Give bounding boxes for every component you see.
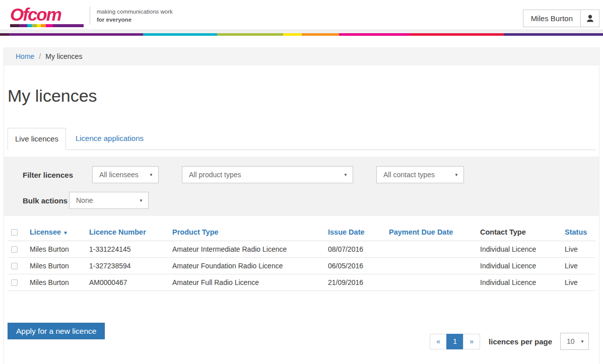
tab-live-licences[interactable]: Live licences <box>8 128 66 150</box>
cell-contact-type: Individual Licence <box>480 274 565 291</box>
product-type-filter-value: All product types <box>189 171 241 179</box>
row-select-checkbox[interactable] <box>11 279 18 286</box>
cell-licence-number: 1-331224145 <box>89 241 172 258</box>
cell-payment-due-date <box>389 241 480 258</box>
breadcrumb-current: My licences <box>45 52 82 60</box>
person-icon <box>586 14 594 23</box>
licences-table: Licensee▼ Licence Number Product Type Is… <box>8 224 595 291</box>
row-select-checkbox[interactable] <box>11 263 18 269</box>
stripe-segment <box>339 33 410 36</box>
cell-product-type: Amateur Full Radio Licence <box>172 274 328 291</box>
cell-licensee: Miles Burton <box>30 274 89 291</box>
chevron-down-icon: ▼ <box>454 173 458 177</box>
stripe-segment <box>10 24 19 27</box>
stripe-segment <box>9 33 143 36</box>
per-page-value: 10 <box>567 337 575 345</box>
product-type-filter-select[interactable]: All product types ▼ <box>182 166 353 183</box>
site-header: Ofcom making communications work for eve… <box>0 0 603 29</box>
stripe-segment <box>19 24 27 27</box>
user-icon <box>580 10 599 27</box>
tagline-line2: for everyone <box>97 16 173 24</box>
licence-table-body: Miles Burton 1-331224145 Amateur Interme… <box>8 241 595 291</box>
cell-product-type: Amateur Foundation Radio Licence <box>172 258 328 274</box>
chevron-down-icon: ▼ <box>580 339 584 344</box>
chevron-down-icon: ▼ <box>149 173 153 177</box>
stripe-segment <box>46 24 53 27</box>
per-page-select[interactable]: 10 ▼ <box>560 333 589 350</box>
licence-table-row: Miles Burton 1-331224145 Amateur Interme… <box>8 241 595 258</box>
pager-page-1-button[interactable]: 1 <box>446 334 463 349</box>
contact-type-filter-select[interactable]: All contact types ▼ <box>376 166 464 183</box>
stripe-segment <box>302 33 339 36</box>
stripe-segment <box>32 24 37 27</box>
page-container: Home / My licences My licences Live lice… <box>4 47 599 364</box>
licence-table-row: Miles Burton 1-327238594 Amateur Foundat… <box>8 258 595 274</box>
stripe-segment <box>283 33 302 36</box>
select-all-checkbox[interactable] <box>11 229 18 236</box>
stripe-segment <box>37 24 41 27</box>
logo-tagline: making communications work for everyone <box>97 6 173 24</box>
pagination: « 1 » licences per page 10 ▼ <box>430 333 589 350</box>
pager: « 1 » <box>430 334 480 349</box>
cell-issue-date: 08/07/2016 <box>328 241 389 258</box>
cell-contact-type: Individual Licence <box>480 258 565 274</box>
user-account-button[interactable]: Miles Burton <box>523 10 599 27</box>
column-header-status[interactable]: Status <box>565 228 587 236</box>
tab-licence-applications[interactable]: Licence applications <box>66 127 153 150</box>
apply-new-licence-button[interactable]: Apply for a new licence <box>8 323 105 339</box>
page-title: My licences <box>8 86 595 106</box>
column-header-payment-due-date[interactable]: Payment Due Date <box>389 228 453 236</box>
stripe-segment <box>410 33 504 36</box>
cell-issue-date: 06/05/2016 <box>328 258 389 274</box>
tab-bar: Live licences Licence applications <box>8 128 595 150</box>
cell-licence-number: 1-327238594 <box>89 258 172 274</box>
cell-payment-due-date <box>389 274 480 291</box>
logo-color-stripe <box>10 24 84 27</box>
breadcrumb-separator: / <box>39 52 41 60</box>
main-content: My licences Live licences Licence applic… <box>4 86 599 350</box>
cell-licence-number: AM0000467 <box>89 274 172 291</box>
cell-licensee: Miles Burton <box>30 241 89 258</box>
chevron-down-icon: ▼ <box>344 173 348 177</box>
licences-per-page-label: licences per page <box>489 337 552 346</box>
brand-rainbow-stripe <box>0 33 603 36</box>
licensee-filter-select[interactable]: All licensees ▼ <box>92 166 159 183</box>
pager-next-button[interactable]: » <box>463 334 480 349</box>
bulk-actions-value: None <box>76 196 93 204</box>
stripe-segment <box>504 33 603 36</box>
column-header-licence-number[interactable]: Licence Number <box>89 228 146 236</box>
stripe-segment <box>0 33 9 36</box>
stripe-segment <box>217 33 283 36</box>
logo-divider <box>90 7 90 25</box>
breadcrumb: Home / My licences <box>4 47 599 65</box>
stripe-segment <box>41 24 46 27</box>
stripe-segment <box>143 33 217 36</box>
pager-previous-button[interactable]: « <box>430 334 447 349</box>
sort-descending-icon: ▼ <box>63 230 68 236</box>
column-header-contact-type: Contact Type <box>480 228 526 236</box>
header-gray-band <box>0 29 603 33</box>
bottom-action-bar: Apply for a new licence « 1 » licences p… <box>8 323 595 350</box>
column-header-licensee[interactable]: Licensee <box>30 228 61 236</box>
contact-type-filter-value: All contact types <box>383 171 435 179</box>
cell-contact-type: Individual Licence <box>480 241 565 258</box>
bulk-actions-select[interactable]: None ▼ <box>69 192 149 209</box>
column-header-product-type[interactable]: Product Type <box>172 228 219 236</box>
licensee-filter-value: All licensees <box>99 171 139 179</box>
cell-status: Live <box>565 258 595 274</box>
cell-issue-date: 21/09/2016 <box>328 274 389 291</box>
tagline-line1: making communications work <box>97 8 173 16</box>
table-header-row: Licensee▼ Licence Number Product Type Is… <box>8 224 595 241</box>
column-header-issue-date[interactable]: Issue Date <box>328 228 365 236</box>
row-select-checkbox[interactable] <box>11 246 18 253</box>
chevron-down-icon: ▼ <box>139 198 143 203</box>
filter-panel: Filter licences All licensees ▼ All prod… <box>4 157 599 216</box>
cell-product-type: Amateur Intermediate Radio Licence <box>172 241 328 258</box>
licence-table-row: Miles Burton AM0000467 Amateur Full Radi… <box>8 274 595 291</box>
ofcom-logo[interactable]: Ofcom making communications work for eve… <box>10 6 173 27</box>
ofcom-wordmark: Ofcom <box>10 6 84 23</box>
bulk-actions-label: Bulk actions <box>23 196 69 205</box>
cell-status: Live <box>565 241 595 258</box>
user-name: Miles Burton <box>523 10 580 27</box>
breadcrumb-home-link[interactable]: Home <box>16 52 34 60</box>
